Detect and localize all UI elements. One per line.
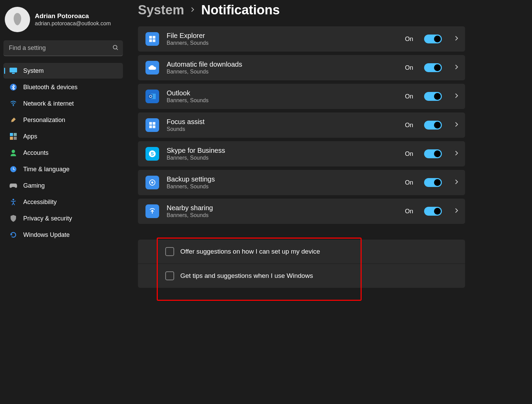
profile[interactable]: Adrian Potoroaca adrian.potoroaca@outloo…: [3, 4, 123, 38]
chevron-right-icon[interactable]: [455, 179, 458, 186]
svg-rect-3: [10, 68, 17, 72]
system-icon: [10, 67, 17, 75]
skype-icon: S: [145, 147, 159, 161]
nav-label: System: [23, 67, 44, 75]
update-icon: [10, 231, 17, 239]
svg-point-11: [12, 150, 15, 153]
nav-item-accounts[interactable]: Accounts: [3, 145, 123, 161]
chevron-right-icon[interactable]: [455, 150, 458, 157]
svg-rect-4: [12, 73, 15, 74]
apps-icon: [10, 133, 17, 140]
svg-rect-15: [153, 36, 155, 39]
toggle[interactable]: [424, 178, 442, 187]
chevron-right-icon[interactable]: [455, 64, 458, 71]
app-row-backup[interactable]: Backup settings Banners, Sounds On: [138, 170, 465, 195]
toggle-state: On: [405, 122, 413, 129]
svg-rect-14: [149, 36, 152, 39]
row-sub: Banners, Sounds: [167, 69, 397, 75]
nav-label: Accessibility: [23, 199, 57, 206]
chevron-right-icon[interactable]: [455, 122, 458, 129]
checkbox[interactable]: [165, 271, 174, 280]
toggle[interactable]: [424, 35, 442, 43]
profile-info: Adrian Potoroaca adrian.potoroaca@outloo…: [35, 12, 111, 27]
toggle[interactable]: [424, 149, 442, 158]
app-row-outlook[interactable]: Outlook Banners, Sounds On: [138, 84, 465, 109]
backup-icon: [145, 176, 159, 189]
personalization-icon: [10, 116, 17, 124]
row-text: Outlook Banners, Sounds: [167, 89, 397, 104]
row-title: Automatic file downloads: [167, 60, 397, 68]
checkbox[interactable]: [165, 247, 174, 256]
accessibility-icon: [10, 198, 17, 206]
avatar: [5, 7, 30, 32]
row-title: File Explorer: [167, 32, 397, 40]
svg-rect-9: [10, 137, 13, 140]
nav-item-accessibility[interactable]: Accessibility: [3, 194, 123, 210]
network-icon: [10, 100, 17, 107]
svg-rect-17: [153, 39, 155, 42]
checkbox-label: Offer suggestions on how I can set up my…: [180, 248, 320, 255]
checkbox-row-suggestions[interactable]: Offer suggestions on how I can set up my…: [138, 240, 465, 264]
sidebar: Adrian Potoroaca adrian.potoroaca@outloo…: [0, 0, 126, 404]
toggle[interactable]: [424, 63, 442, 72]
svg-rect-7: [10, 133, 13, 136]
toggle[interactable]: [424, 207, 442, 216]
toggle[interactable]: [424, 121, 442, 130]
nav-item-time[interactable]: Time & language: [3, 161, 123, 177]
time-icon: [10, 165, 17, 173]
nav-item-bluetooth[interactable]: Bluetooth & devices: [3, 79, 123, 95]
nav-label: Privacy & security: [23, 215, 72, 222]
app-row-focus-assist[interactable]: Focus assist Sounds On: [138, 112, 465, 138]
chevron-right-icon[interactable]: [455, 36, 458, 42]
svg-rect-21: [149, 122, 152, 125]
checkbox-row-tips[interactable]: Get tips and suggestions when I use Wind…: [138, 264, 465, 288]
nav-item-update[interactable]: Windows Update: [3, 227, 123, 243]
chevron-right-icon[interactable]: [455, 93, 458, 100]
svg-rect-24: [153, 125, 155, 128]
app-list: File Explorer Banners, Sounds On Automat…: [138, 26, 465, 224]
row-sub: Banners, Sounds: [167, 40, 397, 46]
profile-name: Adrian Potoroaca: [35, 12, 111, 20]
nav-item-apps[interactable]: Apps: [3, 129, 123, 144]
svg-rect-16: [149, 39, 152, 42]
svg-rect-22: [153, 122, 155, 125]
search-input[interactable]: [3, 40, 123, 56]
nav-item-privacy[interactable]: Privacy & security: [3, 211, 123, 226]
svg-point-28: [151, 181, 153, 184]
privacy-icon: [10, 215, 17, 222]
focus-icon: [145, 118, 159, 132]
app-row-auto-downloads[interactable]: Automatic file downloads Banners, Sounds…: [138, 55, 465, 80]
nav-item-gaming[interactable]: Gaming: [3, 178, 123, 193]
toggle-state: On: [405, 36, 413, 43]
app-row-nearby[interactable]: Nearby sharing Banners, Sounds On: [138, 199, 465, 224]
toggle-state: On: [405, 208, 413, 215]
app-row-skype[interactable]: S Skype for Business Banners, Sounds On: [138, 141, 465, 166]
nav-item-network[interactable]: Network & internet: [3, 96, 123, 111]
row-sub: Banners, Sounds: [167, 212, 397, 218]
row-text: Automatic file downloads Banners, Sounds: [167, 60, 397, 75]
row-title: Skype for Business: [167, 147, 397, 154]
nav-item-personalization[interactable]: Personalization: [3, 112, 123, 128]
app-row-file-explorer[interactable]: File Explorer Banners, Sounds On: [138, 26, 465, 52]
row-title: Nearby sharing: [167, 204, 397, 212]
row-title: Focus assist: [167, 118, 397, 126]
search-wrap: [3, 40, 123, 56]
row-sub: Sounds: [167, 126, 397, 132]
nav-item-system[interactable]: System: [3, 63, 123, 79]
toggle-state: On: [405, 64, 413, 71]
svg-point-1: [113, 45, 117, 49]
nav-label: Network & internet: [23, 100, 74, 107]
file-explorer-icon: [145, 32, 159, 46]
chevron-right-icon: [190, 5, 195, 15]
svg-rect-8: [14, 133, 17, 136]
breadcrumb-parent[interactable]: System: [138, 3, 184, 17]
row-text: Nearby sharing Banners, Sounds: [167, 204, 397, 218]
toggle[interactable]: [424, 92, 442, 101]
row-sub: Banners, Sounds: [167, 97, 397, 104]
row-title: Backup settings: [167, 175, 397, 183]
chevron-right-icon[interactable]: [455, 208, 458, 215]
svg-rect-10: [14, 137, 17, 140]
nav-label: Personalization: [23, 117, 65, 124]
row-text: Backup settings Banners, Sounds: [167, 175, 397, 190]
nav-label: Bluetooth & devices: [23, 84, 78, 91]
